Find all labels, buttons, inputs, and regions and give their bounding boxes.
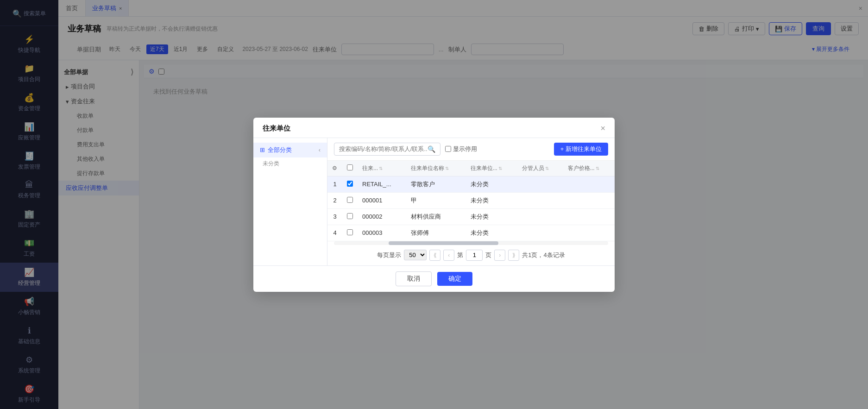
row-name: 材料供应商 xyxy=(406,208,466,225)
row-checkbox[interactable] xyxy=(342,192,358,208)
row-name: 甲 xyxy=(406,192,466,208)
tree-unclassified[interactable]: 未分类 xyxy=(253,157,327,170)
row-category: 未分类 xyxy=(466,192,517,208)
modal-footer: 取消 确定 xyxy=(253,265,615,292)
row-checkbox[interactable] xyxy=(342,225,358,241)
th-name[interactable]: 往来单位名称 ⇅ xyxy=(406,161,466,176)
modal-search-box[interactable]: 🔍 xyxy=(334,143,440,156)
sort-icon: ⇅ xyxy=(545,166,549,171)
row-manager xyxy=(517,208,563,225)
show-disabled-label[interactable]: 显示停用 xyxy=(445,145,477,153)
row-no: 3 xyxy=(327,208,342,225)
row-checkbox[interactable] xyxy=(342,176,358,192)
modal-body: ⊞ 全部分类 ‹ 未分类 🔍 显示停用 xyxy=(253,138,615,265)
row-no: 4 xyxy=(327,225,342,241)
modal-tree: ⊞ 全部分类 ‹ 未分类 xyxy=(253,138,327,265)
partner-table: ⚙ 往来... ⇅ 往来单位名 xyxy=(327,161,615,241)
row-category: 未分类 xyxy=(466,225,517,241)
sort-icon: ⇅ xyxy=(498,166,502,171)
row-name: 张师傅 xyxy=(406,225,466,241)
row-price-level xyxy=(563,225,615,241)
cancel-button[interactable]: 取消 xyxy=(396,271,432,286)
modal-right-panel: 🔍 显示停用 + 新增往来单位 ⚙ xyxy=(327,138,615,265)
modal-close-btn[interactable]: × xyxy=(600,124,605,132)
row-price-level xyxy=(563,192,615,208)
row-no: 1 xyxy=(327,176,342,192)
table-row[interactable]: 4 000003 张师傅 未分类 xyxy=(327,225,615,241)
table-row[interactable]: 2 000001 甲 未分类 xyxy=(327,192,615,208)
sort-icon: ⇅ xyxy=(379,166,383,171)
row-code: RETAIL_... xyxy=(358,176,406,192)
tree-collapse-icon[interactable]: ‹ xyxy=(319,146,321,153)
table-row[interactable]: 1 RETAIL_... 零散客户 未分类 xyxy=(327,176,615,192)
row-manager xyxy=(517,225,563,241)
th-settings[interactable]: ⚙ xyxy=(327,161,342,176)
row-manager xyxy=(517,192,563,208)
tree-all-category[interactable]: ⊞ 全部分类 ‹ xyxy=(253,143,327,157)
page-label: 第 xyxy=(457,251,463,259)
th-code[interactable]: 往来... ⇅ xyxy=(358,161,406,176)
per-page-select[interactable]: 50 xyxy=(404,250,427,260)
row-code: 000002 xyxy=(358,208,406,225)
confirm-button[interactable]: 确定 xyxy=(437,272,472,286)
table-select-all[interactable] xyxy=(347,164,353,170)
modal-toolbar: 🔍 显示停用 + 新增往来单位 xyxy=(327,138,615,161)
row-category: 未分类 xyxy=(466,176,517,192)
modal-scrollbar[interactable] xyxy=(334,241,608,245)
th-category[interactable]: 往来单位... ⇅ xyxy=(466,161,517,176)
sort-icon: ⇅ xyxy=(596,166,599,171)
row-price-level xyxy=(563,176,615,192)
modal-overlay[interactable]: 往来单位 × ⊞ 全部分类 ‹ 未分类 xyxy=(0,0,868,409)
table-row[interactable]: 3 000002 材料供应商 未分类 xyxy=(327,208,615,225)
row-name: 零散客户 xyxy=(406,176,466,192)
scrollbar-thumb[interactable] xyxy=(389,241,498,245)
grid-icon: ⊞ xyxy=(260,146,265,153)
modal-header: 往来单位 × xyxy=(253,118,615,138)
row-code: 000001 xyxy=(358,192,406,208)
row-price-level xyxy=(563,208,615,225)
th-manager[interactable]: 分管人员 ⇅ xyxy=(517,161,563,176)
row-category: 未分类 xyxy=(466,208,517,225)
row-no: 2 xyxy=(327,192,342,208)
sort-icon: ⇅ xyxy=(445,166,449,171)
row-checkbox[interactable] xyxy=(342,208,358,225)
modal-title: 往来单位 xyxy=(263,124,290,133)
th-price-level[interactable]: 客户价格... ⇅ xyxy=(563,161,615,176)
show-disabled-checkbox[interactable] xyxy=(445,146,451,152)
row-code: 000003 xyxy=(358,225,406,241)
next-page-btn[interactable]: › xyxy=(494,250,505,261)
total-pages: 共1页，4条记录 xyxy=(522,251,565,259)
partner-modal: 往来单位 × ⊞ 全部分类 ‹ 未分类 xyxy=(253,118,615,292)
first-page-btn[interactable]: ⟪ xyxy=(429,250,440,261)
search-icon: 🔍 xyxy=(428,145,435,153)
page-input[interactable] xyxy=(466,250,483,261)
page-suffix: 页 xyxy=(485,251,491,259)
prev-page-btn[interactable]: ‹ xyxy=(443,250,454,261)
search-input[interactable] xyxy=(339,145,428,152)
modal-pagination: 每页显示 50 ⟪ ‹ 第 页 › ⟫ 共1页，4条记录 xyxy=(327,245,615,265)
th-checkbox[interactable] xyxy=(342,161,358,176)
row-manager xyxy=(517,176,563,192)
modal-table: ⚙ 往来... ⇅ 往来单位名 xyxy=(327,161,615,241)
per-page-label: 每页显示 xyxy=(377,251,401,259)
settings-icon: ⚙ xyxy=(332,165,337,171)
add-partner-button[interactable]: + 新增往来单位 xyxy=(554,143,608,156)
last-page-btn[interactable]: ⟫ xyxy=(508,250,519,261)
